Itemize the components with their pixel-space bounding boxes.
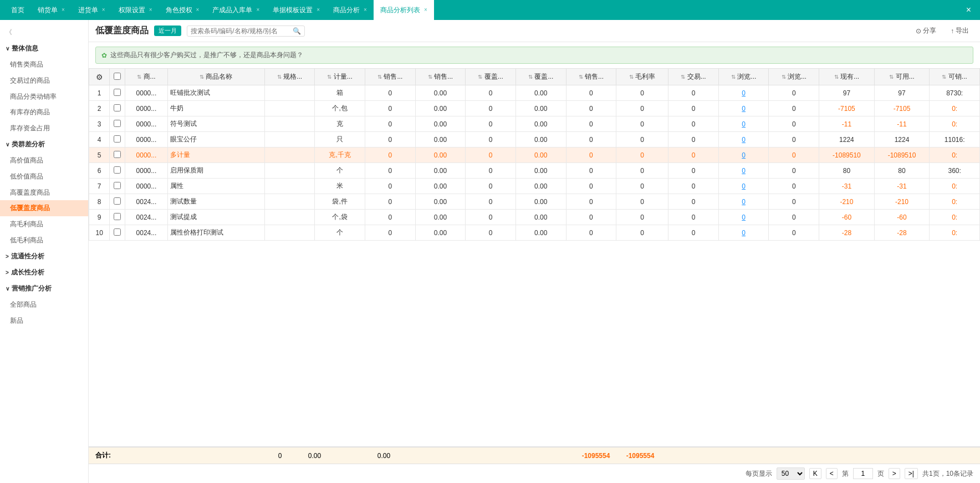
sidebar-item-stock-capital[interactable]: 库存资金占用 <box>0 120 88 136</box>
col-gear[interactable]: ⚙ <box>89 69 110 85</box>
nav-permissions[interactable]: 权限设置 × <box>112 0 159 20</box>
time-badge[interactable]: 近一月 <box>154 26 181 36</box>
nav-product-storage[interactable]: 产成品入库单 × <box>206 0 266 20</box>
nav-product-analysis[interactable]: 商品分析 × <box>326 0 374 20</box>
share-button[interactable]: ⊙ 分享 <box>911 24 941 37</box>
close-icon[interactable]: × <box>196 0 200 20</box>
col-current[interactable]: ⇅ 现有... <box>819 69 875 85</box>
close-icon[interactable]: × <box>317 0 320 20</box>
browse1-link[interactable]: 0 <box>742 89 746 97</box>
last-page-button[interactable]: >| <box>905 468 918 479</box>
browse1-link[interactable]: 0 <box>742 167 746 175</box>
prev-page-button[interactable]: < <box>826 468 838 479</box>
page-number-input[interactable] <box>853 468 873 479</box>
browse1-link[interactable]: 0 <box>742 151 746 159</box>
row-checkbox[interactable] <box>114 213 121 220</box>
col-available[interactable]: ⇅ 可用... <box>874 69 930 85</box>
select-all-checkbox[interactable] <box>114 73 121 80</box>
cell-spec <box>264 210 315 225</box>
next-page-button[interactable]: > <box>889 468 900 479</box>
cell-browse1[interactable]: 0 <box>718 132 769 148</box>
cell-browse1[interactable]: 0 <box>718 194 769 210</box>
sidebar-group-growth[interactable]: > 成长性分析 <box>0 265 88 281</box>
col-sales-qty[interactable]: ⇅ 销售... <box>365 69 415 85</box>
sidebar-item-high-coverage[interactable]: 高覆盖度商品 <box>0 185 88 201</box>
col-sales3[interactable]: ⇅ 销售... <box>566 69 616 85</box>
col-browse1[interactable]: ⇅ 浏览... <box>718 69 769 85</box>
export-button[interactable]: ↑ 导出 <box>946 24 973 37</box>
browse1-link[interactable]: 0 <box>742 136 746 144</box>
sidebar-group-flow[interactable]: > 流通性分析 <box>0 248 88 265</box>
cell-browse1[interactable]: 0 <box>718 101 769 116</box>
cell-browse1[interactable]: 0 <box>718 225 769 241</box>
sidebar-item-all-goods[interactable]: 全部商品 <box>0 297 88 313</box>
cell-browse1[interactable]: 0 <box>718 179 769 194</box>
col-gross[interactable]: ⇅ 毛利率 <box>616 69 668 85</box>
nav-sales[interactable]: 销货单 × <box>31 0 72 20</box>
browse1-link[interactable]: 0 <box>742 229 746 237</box>
gear-icon[interactable]: ⚙ <box>96 73 103 82</box>
col-cover2[interactable]: ⇅ 覆盖... <box>515 69 566 85</box>
nav-roles[interactable]: 角色授权 × <box>159 0 206 20</box>
browse1-link[interactable]: 0 <box>742 213 746 221</box>
row-checkbox[interactable] <box>114 120 121 127</box>
col-name[interactable]: ⇅ 商品名称 <box>167 69 264 85</box>
browse1-link[interactable]: 0 <box>742 105 746 113</box>
cell-browse1[interactable]: 0 <box>718 210 769 225</box>
table-container[interactable]: ⚙ ⇅ 商... ⇅ 商品名称 ⇅ 规格... ⇅ 计量... ⇅ 销售... … <box>89 68 980 446</box>
close-icon[interactable]: × <box>102 0 105 20</box>
cell-available: -28 <box>874 225 930 241</box>
sidebar-item-traded-goods[interactable]: 交易过的商品 <box>0 73 88 89</box>
row-checkbox[interactable] <box>114 197 121 205</box>
close-all-button[interactable]: × <box>962 5 976 15</box>
browse1-link[interactable]: 0 <box>742 120 746 128</box>
row-checkbox[interactable] <box>114 182 121 189</box>
col-browse2[interactable]: ⇅ 浏览... <box>769 69 819 85</box>
cell-browse1[interactable]: 0 <box>718 148 769 163</box>
cell-browse1[interactable]: 0 <box>718 116 769 132</box>
close-icon[interactable]: × <box>364 0 367 20</box>
nav-home[interactable]: 首页 <box>4 0 31 20</box>
close-icon[interactable]: × <box>424 0 427 20</box>
col-trade[interactable]: ⇅ 交易... <box>668 69 719 85</box>
cell-browse1[interactable]: 0 <box>718 163 769 179</box>
sidebar-group-class-analysis[interactable]: ∨ 类群差分析 <box>0 136 88 152</box>
col-sellable[interactable]: ⇅ 可销... <box>930 69 980 85</box>
col-unit[interactable]: ⇅ 计量... <box>315 69 365 85</box>
first-page-button[interactable]: K <box>809 468 821 479</box>
nav-purchase[interactable]: 进货单 × <box>72 0 112 20</box>
sidebar-group-marketing[interactable]: ∨ 营销推广分析 <box>0 281 88 297</box>
sidebar-item-high-value[interactable]: 高价值商品 <box>0 152 88 169</box>
search-input[interactable] <box>191 27 290 35</box>
row-checkbox[interactable] <box>114 166 121 174</box>
sidebar-item-new-goods[interactable]: 新品 <box>0 313 88 329</box>
page-size-select[interactable]: 50 100 200 <box>777 467 805 480</box>
col-code[interactable]: ⇅ 商... <box>125 69 167 85</box>
row-checkbox[interactable] <box>114 135 121 143</box>
sidebar-item-low-margin[interactable]: 低毛利商品 <box>0 232 88 248</box>
cell-browse1[interactable]: 0 <box>718 85 769 101</box>
search-icon[interactable]: 🔍 <box>293 27 301 35</box>
col-cover1[interactable]: ⇅ 覆盖... <box>466 69 516 85</box>
row-checkbox[interactable] <box>114 104 121 111</box>
sidebar-item-in-stock[interactable]: 有库存的商品 <box>0 104 88 120</box>
nav-product-analysis-list[interactable]: 商品分析列表 × <box>374 0 434 20</box>
sidebar-item-low-value[interactable]: 低价值商品 <box>0 169 88 185</box>
browse1-link[interactable]: 0 <box>742 198 746 206</box>
sidebar-item-high-margin[interactable]: 高毛利商品 <box>0 216 88 232</box>
browse1-link[interactable]: 0 <box>742 182 746 190</box>
sidebar-group-overall[interactable]: ∨ 整体信息 <box>0 40 88 57</box>
close-icon[interactable]: × <box>62 0 65 20</box>
sidebar-item-low-coverage[interactable]: 低覆盖度商品 <box>0 200 88 216</box>
col-sales-amt[interactable]: ⇅ 销售... <box>415 69 466 85</box>
row-checkbox[interactable] <box>114 228 121 236</box>
sidebar-item-category-sales[interactable]: 商品分类动销率 <box>0 89 88 105</box>
close-icon[interactable]: × <box>256 0 259 20</box>
row-checkbox[interactable] <box>114 151 121 158</box>
sidebar-collapse-button[interactable]: 《 <box>0 24 88 40</box>
close-icon[interactable]: × <box>149 0 152 20</box>
row-checkbox[interactable] <box>114 89 121 96</box>
nav-template[interactable]: 单据模板设置 × <box>266 0 326 20</box>
col-spec[interactable]: ⇅ 规格... <box>264 69 315 85</box>
sidebar-item-sales-goods[interactable]: 销售类商品 <box>0 57 88 73</box>
